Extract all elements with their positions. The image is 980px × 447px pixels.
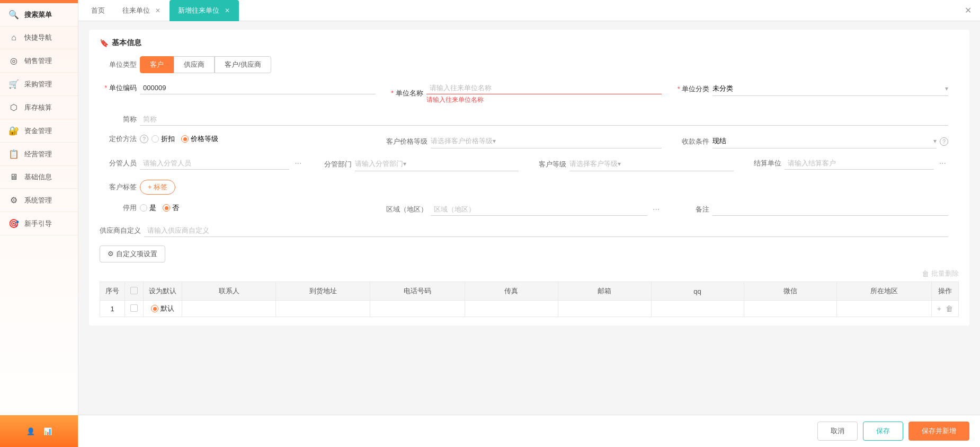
unit-name-group: 单位名称 请输入往来单位名称 xyxy=(386,82,673,104)
row-delete-button[interactable]: 🗑 xyxy=(946,304,953,313)
short-name-input[interactable] xyxy=(140,113,948,126)
sales-icon: ◎ xyxy=(8,56,19,66)
unit-code-input[interactable] xyxy=(140,82,376,94)
sidebar-item-guide[interactable]: 🎯 新手引导 xyxy=(0,212,78,235)
manager-input[interactable] xyxy=(140,157,289,170)
unit-name-wrap: 请输入往来单位名称 xyxy=(426,82,662,104)
unit-name-input[interactable] xyxy=(426,82,662,94)
row-default-radio[interactable] xyxy=(151,305,158,312)
disabled-radio-yes[interactable]: 是 xyxy=(140,203,156,213)
sidebar-item-inventory[interactable]: ⬡ 库存核算 xyxy=(0,96,78,119)
table-row: 1 默认 xyxy=(100,301,959,317)
pricing-help-icon[interactable]: ? xyxy=(140,135,148,143)
batch-delete-label[interactable]: 批量删除 xyxy=(931,269,959,278)
tab-new-contact[interactable]: 新增往来单位 ✕ xyxy=(170,0,239,21)
unit-category-group: 单位分类 未分类 ▾ xyxy=(672,82,959,96)
row-contact-input[interactable] xyxy=(188,305,270,313)
td-phone[interactable] xyxy=(370,301,465,317)
row-address-input[interactable] xyxy=(281,305,364,313)
window-close-button[interactable]: ✕ xyxy=(960,5,976,15)
td-wechat[interactable] xyxy=(744,301,837,317)
td-qq[interactable] xyxy=(651,301,744,317)
home-icon: ⌂ xyxy=(8,33,19,42)
disabled-label: 停用 xyxy=(100,203,137,213)
sidebar-item-system[interactable]: ⚙ 系统管理 xyxy=(0,189,78,212)
td-contact[interactable] xyxy=(182,301,276,317)
th-index: 序号 xyxy=(100,282,125,301)
row-fax-input[interactable] xyxy=(470,305,553,313)
save-button[interactable]: 保存 xyxy=(863,422,903,441)
add-tag-button[interactable]: + 标签 xyxy=(140,180,175,195)
sidebar-item-shortcuts[interactable]: ⌂ 快捷导航 xyxy=(0,27,78,49)
sidebar-item-sales[interactable]: ◎ 销售管理 xyxy=(0,49,78,73)
unit-btn-supplier[interactable]: 供应商 xyxy=(174,56,215,73)
department-select[interactable]: 请输入分管部门 ▾ xyxy=(355,157,519,171)
tab-new-contact-label: 新增往来单位 xyxy=(178,6,219,15)
disabled-radio-no[interactable]: 否 xyxy=(163,203,179,213)
unit-type-row: 单位类型 客户 供应商 客户/供应商 xyxy=(100,56,959,73)
pricing-radio-discount[interactable]: 折扣 xyxy=(152,134,175,144)
sidebar-label-inventory: 库存核算 xyxy=(24,103,52,112)
td-email[interactable] xyxy=(558,301,651,317)
purchase-icon: 🛒 xyxy=(8,79,19,89)
th-address: 到货地址 xyxy=(276,282,370,301)
sidebar-label-management: 经营管理 xyxy=(24,150,52,159)
row-region-input[interactable] xyxy=(842,305,925,313)
region-more-icon[interactable]: ··· xyxy=(651,205,662,214)
disabled-group: 停用 是 否 xyxy=(100,203,386,213)
th-phone: 电话号码 xyxy=(370,282,465,301)
pricing-radio-group: 折扣 价格等级 xyxy=(152,134,218,144)
supplier-custom-group: 供应商自定义 xyxy=(100,224,959,237)
tab-new-contact-close[interactable]: ✕ xyxy=(225,7,230,14)
sidebar-item-search[interactable]: 🔍 搜索菜单 xyxy=(0,3,78,27)
row-qq-input[interactable] xyxy=(657,305,738,313)
payment-condition-select[interactable]: 现结 ▾ xyxy=(712,134,937,148)
tab-home-label: 首页 xyxy=(91,6,105,15)
header-checkbox[interactable] xyxy=(130,287,138,294)
sidebar-item-finance[interactable]: 🔐 资金管理 xyxy=(0,119,78,143)
unit-btn-both[interactable]: 客户/供应商 xyxy=(215,56,271,73)
finance-icon: 🔐 xyxy=(8,126,19,136)
row-wechat-input[interactable] xyxy=(750,305,832,313)
sidebar-item-basic[interactable]: 🖥 基础信息 xyxy=(0,166,78,189)
unit-category-select[interactable]: 未分类 ▾ xyxy=(712,82,948,96)
row-default-label: 默认 xyxy=(161,304,174,313)
customer-price-level-select[interactable]: 请选择客户价格等级 ▾ xyxy=(431,134,662,148)
th-contact: 联系人 xyxy=(182,282,276,301)
cancel-button[interactable]: 取消 xyxy=(817,422,858,441)
pricing-method-group: 定价方法 ? 折扣 价格等级 xyxy=(100,134,386,144)
sidebar-item-management[interactable]: 📋 经营管理 xyxy=(0,143,78,166)
remarks-input[interactable] xyxy=(712,203,948,216)
unit-category-label: 单位分类 xyxy=(672,84,709,94)
unit-btn-customer[interactable]: 客户 xyxy=(140,56,174,73)
batch-delete-icon: 🗑 xyxy=(922,269,929,278)
pricing-radio-level[interactable]: 价格等级 xyxy=(181,134,218,144)
row-add-button[interactable]: + xyxy=(937,304,941,313)
customer-level-select[interactable]: 请选择客户等级 ▾ xyxy=(569,157,734,171)
td-region[interactable] xyxy=(837,301,931,317)
customer-price-level-group: 客户价格等级 请选择客户价格等级 ▾ xyxy=(386,134,673,148)
tab-contacts-label: 往来单位 xyxy=(122,6,150,15)
settlement-unit-input[interactable] xyxy=(785,157,934,170)
region-input[interactable] xyxy=(431,203,647,216)
payment-help-icon[interactable]: ? xyxy=(940,137,948,146)
td-address[interactable] xyxy=(276,301,370,317)
supplier-custom-input[interactable] xyxy=(144,224,948,237)
row-email-input[interactable] xyxy=(564,305,646,313)
tab-contacts-close[interactable]: ✕ xyxy=(155,7,161,14)
save-new-button[interactable]: 保存并新增 xyxy=(908,422,969,441)
content-area: 🔖 基本信息 单位类型 客户 供应商 客户/供应商 单位编码 xyxy=(78,21,980,415)
row-actions: + 🗑 xyxy=(937,304,953,313)
row-checkbox[interactable] xyxy=(130,304,138,312)
th-region: 所在地区 xyxy=(837,282,931,301)
sidebar-item-purchase[interactable]: 🛒 采购管理 xyxy=(0,73,78,96)
tab-home[interactable]: 首页 xyxy=(83,0,114,21)
row-phone-input[interactable] xyxy=(376,305,459,313)
td-fax[interactable] xyxy=(465,301,558,317)
settlement-more-icon[interactable]: ··· xyxy=(937,159,948,168)
tab-contacts[interactable]: 往来单位 ✕ xyxy=(114,0,170,21)
th-wechat: 微信 xyxy=(744,282,837,301)
manager-more-icon[interactable]: ··· xyxy=(292,159,304,168)
region-group: 区域（地区） ··· xyxy=(386,203,673,216)
custom-settings-button[interactable]: ⚙ 自定义项设置 xyxy=(100,246,165,262)
